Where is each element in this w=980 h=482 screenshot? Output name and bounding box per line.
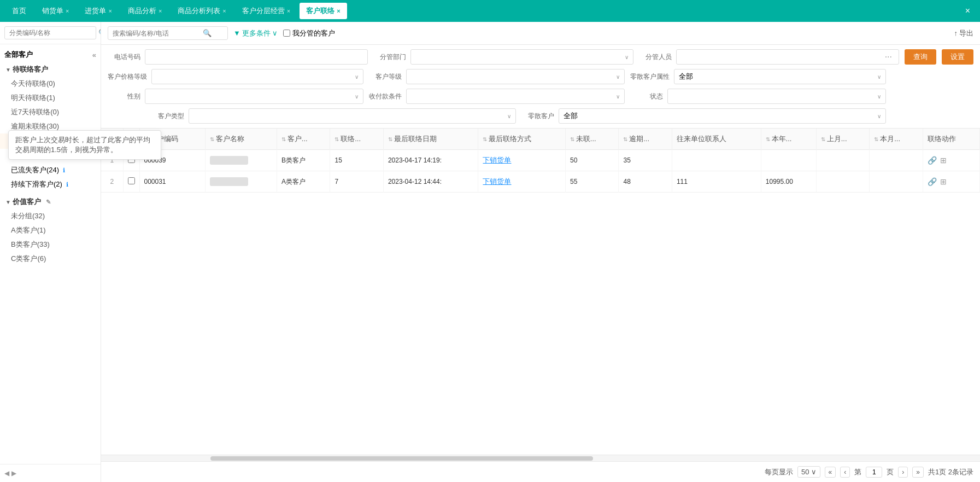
first-page-btn[interactable]: « [825,467,836,478]
today-contact-item[interactable]: 今天待联络(0) [0,77,101,91]
retail-attr-field: 零散客户属性 全部 ∨ [630,69,886,84]
filter-search-icon[interactable]: 🔍 [203,29,212,37]
tomorrow-contact-item[interactable]: 明天待联络(1) [0,91,101,105]
row-1-grid-icon[interactable]: ⊞ [940,156,947,165]
pagination-bar: 每页显示 50 ∨ « ‹ 第 页 › » 共1页 2条记录 [101,461,980,482]
gender-field: 性别 ∨ [108,89,363,104]
continuous-drop-item[interactable]: 持续下滑客户(2) ℹ [0,177,101,191]
window-close-btn[interactable]: × [961,4,975,18]
customer-type-select[interactable]: ∨ [189,108,516,124]
last-page-btn[interactable]: » [912,467,924,478]
already-lost-item[interactable]: 已流失客户(24) ℹ [0,163,101,177]
nav-tab-customer-seg[interactable]: 客户分层经营 × [236,3,297,19]
status-select[interactable]: ∨ [667,89,886,104]
prev-page-btn[interactable]: ‹ [840,467,850,478]
unclassified-item[interactable]: 未分组(32) [0,209,101,223]
page-size-label: 每页显示 [765,467,793,477]
export-btn[interactable]: ↑ 导出 [954,28,974,38]
value-customer-section[interactable]: ▼ 价值客户 ✎ [0,195,101,209]
filter-icon: ▼ [233,29,240,37]
sidebar-collapse-btn[interactable]: « [92,51,96,59]
row-2-last-contact-method[interactable]: 下销货单 [478,171,566,193]
gender-label: 性别 [108,92,140,101]
col-header-last-contact-method[interactable]: 最后联络方式 [478,129,566,150]
col-header-contact-count[interactable]: 联络... [330,129,383,150]
sidebar-search-input[interactable] [4,26,96,39]
nav-tab-sales[interactable]: 销货单 × [36,3,75,19]
retail-customer-select[interactable]: 全部 ∨ [559,108,886,124]
manager-select[interactable]: ··· [676,49,899,65]
customer-level-field: 客户等级 ∨ [369,69,625,84]
nav-tab-home[interactable]: 首页 [5,3,33,19]
nav-tab-analysis[interactable]: 商品分析 × [121,3,168,19]
col-header-this-year[interactable]: 本年... [761,129,816,150]
nav-tab-purchase[interactable]: 进货单 × [78,3,118,19]
week-contact-item[interactable]: 近7天待联络(0) [0,105,101,119]
col-header-overdue[interactable]: 逾期... [619,129,672,150]
row-1-name [205,150,277,171]
retail-attr-label: 零散客户属性 [630,72,670,82]
phone-input[interactable] [145,49,368,65]
retail-attr-select[interactable]: 全部 ∨ [674,69,886,84]
query-button[interactable]: 查询 [905,49,936,65]
customer-level-label: 客户等级 [369,72,402,82]
close-sales-tab[interactable]: × [66,8,69,14]
gender-select[interactable]: ∨ [145,89,363,104]
classC-item[interactable]: C类客户(6) [0,252,101,266]
my-customers-checkbox-label[interactable]: 我分管的客户 [283,28,335,38]
payment-select[interactable]: ∨ [406,89,625,104]
row-1-last-contact-method[interactable]: 下销货单 [478,150,566,171]
row-1-name-blurred [210,156,248,165]
more-conditions-btn[interactable]: ▼ 更多条件 ∨ [233,28,278,38]
customer-table: ⚙ 客户编码 客户名称 客户... [101,129,980,193]
edit-icon[interactable]: ✎ [46,199,51,206]
filter-row-1: 电话号码 分管部门 ∨ 分管人员 ··· 查 [108,49,973,65]
settings-button[interactable]: 设置 [942,49,973,65]
row-1-link-icon[interactable]: 🔗 [928,156,937,165]
already-lost-info-icon[interactable]: ℹ [63,167,65,174]
row-2-grid-icon[interactable]: ⊞ [940,177,947,186]
col-header-name[interactable]: 客户名称 [205,129,277,150]
close-customer-seg-tab[interactable]: × [287,8,290,14]
customer-type-chevron-icon: ∨ [507,113,511,119]
filter-row-4: 客户类型 ∨ 零散客户 全部 ∨ [108,108,973,124]
row-2-link-icon[interactable]: 🔗 [928,177,937,186]
col-header-last-month[interactable]: 上月... [816,129,869,150]
row-2-last-contact-date: 2023-04-12 14:44: [383,171,478,193]
customer-level-select[interactable]: ∨ [406,69,625,84]
col-header-last-contact-date[interactable]: 最后联络日期 [383,129,478,150]
horizontal-scrollbar-area [101,455,980,461]
next-page-btn[interactable]: › [898,467,908,478]
continuous-drop-info-icon[interactable]: ℹ [66,181,68,188]
page-number-input[interactable] [866,467,882,478]
col-header-type[interactable]: 客户... [277,129,330,150]
dept-select[interactable]: ∨ [410,49,633,65]
col-header-uncontacted[interactable]: 未联... [566,129,619,150]
filter-search-input[interactable] [113,30,200,37]
horizontal-scrollbar[interactable] [210,456,593,461]
close-purchase-tab[interactable]: × [108,8,112,14]
row-checkbox-2[interactable] [123,171,139,193]
close-analysis-tab[interactable]: × [159,8,162,14]
nav-tab-analysis-list[interactable]: 商品分析列表 × [171,3,232,19]
price-level-select[interactable]: ∨ [151,69,363,84]
close-customer-contact-tab[interactable]: × [337,8,340,14]
manager-dots-icon[interactable]: ··· [883,52,894,62]
row-2-unit-contact: 111 [672,171,761,193]
col-header-this-month[interactable]: 本月... [870,129,923,150]
my-customers-checkbox[interactable] [283,30,290,37]
table-row: 1 000039 B类客户 15 2023-04-17 14:19: 下销货单 [101,150,980,171]
row-2-actions: 🔗 ⊞ [923,171,979,193]
row-1-this-year [761,150,816,171]
close-analysis-list-tab[interactable]: × [222,8,226,14]
sidebar-next-btn[interactable]: ▶ [11,469,16,477]
classB-item[interactable]: B类客户(33) [0,237,101,252]
page-label: 第 [854,467,861,477]
nav-tab-customer-contact[interactable]: 客户联络 × [300,3,347,19]
sidebar-prev-btn[interactable]: ◀ [4,469,9,477]
repurchase-tooltip: 距客户上次交易时长，超过了此客户的平均交易周期的1.5倍，则视为异常。 [101,130,161,160]
pending-contact-section[interactable]: ▼ 待联络客户 [0,62,101,77]
row-2-checkbox[interactable] [128,177,135,184]
page-size-selector[interactable]: 50 ∨ [797,466,820,478]
classA-item[interactable]: A类客户(1) [0,223,101,237]
